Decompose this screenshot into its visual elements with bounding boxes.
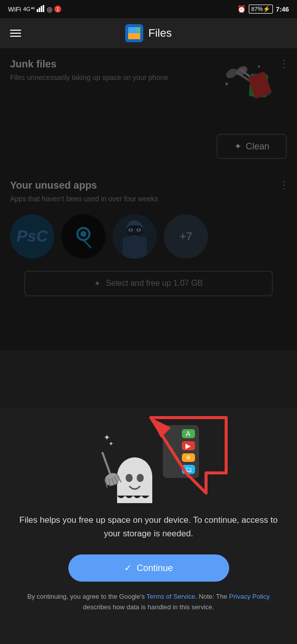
- svg-rect-0: [37, 9, 38, 12]
- app-icon-q[interactable]: [61, 214, 106, 259]
- phone-badge-blue-icon: 🗂: [182, 465, 195, 474]
- location-icon: ◎: [47, 6, 52, 13]
- svg-rect-12: [249, 73, 270, 98]
- svg-point-32: [137, 474, 144, 482]
- status-right: ⏰ 87%⚡ 7:46: [237, 5, 289, 14]
- svg-rect-22: [123, 236, 147, 259]
- unused-card-more-button[interactable]: ⋮: [279, 180, 289, 190]
- app-icon-psc[interactable]: PsC: [10, 214, 54, 259]
- menu-line-3: [10, 36, 21, 37]
- select-sparkle-icon: ✦: [94, 279, 101, 288]
- svg-rect-23: [127, 225, 143, 235]
- phone-badge-a-icon: A: [182, 429, 195, 438]
- notification-badge: 1: [54, 6, 61, 13]
- terms-of-service-link[interactable]: Terms of Service: [146, 593, 195, 600]
- menu-line-2: [10, 33, 21, 34]
- svg-point-18: [77, 228, 89, 240]
- nav-title-area: Files: [125, 24, 171, 42]
- status-bar: WiFi 4G⁴⁶ ◎ 1 ⏰ 87%⚡ 7:46: [0, 0, 297, 18]
- permission-modal: ✦ ✦: [0, 408, 297, 644]
- svg-point-17: [72, 225, 94, 248]
- unused-apps-card: ⋮ Your unused apps Apps that haven't bee…: [0, 169, 297, 350]
- mascot-illustration: ✦ ✦: [98, 423, 199, 503]
- junk-files-card: ⋮ ✦ ✦ Junk files Files unnecessarily tak…: [0, 48, 297, 169]
- modal-description: Files helps you free up space on your de…: [15, 513, 282, 540]
- junk-files-title: Junk files: [10, 58, 287, 70]
- unused-apps-title: Your unused apps: [10, 180, 287, 191]
- modal-content: ✦ ✦: [0, 408, 297, 623]
- terms-text: By continuing, you agree to the Google's…: [15, 592, 282, 613]
- svg-line-10: [237, 72, 262, 89]
- svg-rect-3: [43, 5, 44, 12]
- clean-button-label: Clean: [246, 141, 269, 152]
- phone-badge-red-icon: ▶: [182, 441, 195, 450]
- broom-icon: [92, 448, 124, 490]
- junk-files-icon: ✦ ✦: [222, 58, 272, 104]
- files-logo-icon: [125, 24, 143, 42]
- svg-text:✦: ✦: [224, 80, 229, 88]
- phone-with-apps-icon: A ▶ ≡ 🗂: [163, 425, 199, 478]
- svg-rect-20: [113, 214, 157, 259]
- sparkle-2-icon: ✦: [109, 440, 114, 447]
- psc-label: PsC: [17, 227, 48, 246]
- app-title: Files: [148, 27, 171, 40]
- top-navigation: Files: [0, 18, 297, 48]
- unused-apps-subtitle: Apps that haven't been used in over four…: [10, 194, 287, 204]
- app-icon-ninja[interactable]: [113, 214, 157, 259]
- svg-point-27: [130, 229, 132, 231]
- svg-line-11: [241, 69, 262, 86]
- check-icon: ✓: [124, 562, 132, 574]
- svg-point-21: [127, 220, 143, 236]
- svg-marker-6: [128, 33, 140, 39]
- svg-point-28: [138, 229, 140, 231]
- svg-point-26: [137, 228, 141, 231]
- clean-button[interactable]: ✦ Clean: [217, 134, 287, 159]
- signal-bars-icon: [37, 5, 45, 13]
- svg-rect-13: [249, 73, 268, 98]
- wifi-icon: WiFi: [8, 6, 21, 13]
- privacy-policy-link[interactable]: Privacy Policy: [229, 593, 270, 600]
- menu-button[interactable]: [10, 30, 21, 37]
- svg-point-19: [80, 231, 86, 237]
- continue-button-label: Continue: [137, 563, 173, 574]
- alarm-icon: ⏰: [237, 5, 246, 13]
- signal-4g-icon: 4G⁴⁶: [23, 6, 35, 13]
- svg-rect-2: [41, 6, 42, 12]
- svg-rect-14: [248, 71, 272, 99]
- battery-indicator: 87%⚡: [249, 5, 273, 14]
- junk-card-more-button[interactable]: ⋮: [279, 58, 289, 68]
- svg-point-8: [225, 67, 239, 80]
- phone-badge-yellow-icon: ≡: [182, 453, 195, 462]
- continue-button[interactable]: ✓ Continue: [68, 554, 229, 582]
- svg-text:✦: ✦: [257, 64, 261, 69]
- svg-rect-24: [128, 228, 142, 233]
- menu-line-1: [10, 30, 21, 31]
- time-display: 7:46: [276, 6, 289, 13]
- select-free-button[interactable]: ✦ Select and free up 1.07 GB: [24, 271, 273, 296]
- plus7-label: +7: [179, 230, 192, 243]
- svg-point-25: [129, 228, 133, 231]
- main-content: ⋮ ✦ ✦ Junk files Files unnecessarily tak…: [0, 48, 297, 350]
- status-left: WiFi 4G⁴⁶ ◎ 1: [8, 5, 61, 13]
- q-logo-icon: [71, 224, 96, 249]
- app-icons-row: PsC: [10, 214, 287, 259]
- ninja-icon: [113, 214, 157, 259]
- junk-files-subtitle: Files unnecessarily taking up space on y…: [10, 73, 287, 83]
- svg-point-9: [235, 64, 249, 77]
- app-icon-plus7[interactable]: +7: [164, 214, 208, 259]
- select-button-label: Select and free up 1.07 GB: [106, 279, 203, 288]
- svg-rect-1: [39, 8, 40, 12]
- clean-sparkle-icon: ✦: [234, 141, 242, 152]
- svg-point-31: [126, 474, 133, 482]
